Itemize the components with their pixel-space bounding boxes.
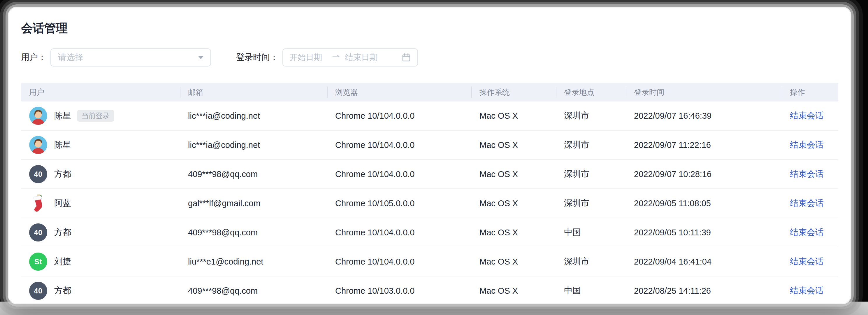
login-time-cell: 2022/09/05 10:11:39 [626, 218, 782, 247]
page-title: 会话管理 [21, 21, 838, 36]
login-time-cell: 2022/08/25 14:11:26 [626, 277, 782, 303]
user-cell: 40 方都 [21, 277, 180, 303]
os-cell: Mac OS X [471, 189, 556, 218]
os-cell: Mac OS X [471, 160, 556, 189]
login-time-label: 登录时间： [236, 52, 278, 63]
end-session-link[interactable]: 结束会话 [790, 110, 824, 122]
user-cell: 陈星 [21, 131, 180, 159]
user-cell: 陈星 当前登录 [21, 102, 180, 130]
location-cell: 中国 [556, 218, 626, 247]
user-avatar-initials: St [29, 253, 47, 271]
app-window: 会话管理 用户： 请选择 登录时间： 开始日期 ⇀ 结束日期 [9, 7, 850, 303]
table-row: St 刘捷 liu***e1@coding.net Chrome 10/104.… [21, 247, 838, 277]
os-cell: Mac OS X [471, 277, 556, 303]
end-date-placeholder: 结束日期 [345, 52, 402, 63]
user-name: 陈星 [54, 139, 71, 151]
user-avatar-illustration [29, 136, 47, 154]
session-management-page: 会话管理 用户： 请选择 登录时间： 开始日期 ⇀ 结束日期 [9, 7, 850, 303]
os-cell: Mac OS X [471, 247, 556, 276]
table-row: 阿蓝 gal***lf@gmail.com Chrome 10/105.0.0.… [21, 189, 838, 218]
login-time-cell: 2022/09/05 11:08:05 [626, 189, 782, 218]
user-name: 方都 [54, 168, 71, 180]
browser-cell: Chrome 10/104.0.0.0 [327, 131, 471, 159]
user-cell: 40 方都 [21, 160, 180, 189]
email-cell: 409***98@qq.com [180, 160, 327, 189]
login-time-filter: 登录时间： 开始日期 ⇀ 结束日期 [236, 49, 418, 66]
user-name: 刘捷 [54, 256, 71, 267]
location-cell: 深圳市 [556, 102, 626, 130]
login-time-cell: 2022/09/04 16:41:04 [626, 247, 782, 276]
email-cell: lic***ia@coding.net [180, 131, 327, 159]
browser-cell: Chrome 10/105.0.0.0 [327, 189, 471, 218]
table-body: 陈星 当前登录 lic***ia@coding.net Chrome 10/10… [21, 102, 838, 303]
browser-cell: Chrome 10/104.0.0.0 [327, 218, 471, 247]
user-avatar-initials: 40 [29, 165, 47, 183]
location-cell: 深圳市 [556, 131, 626, 159]
user-name: 阿蓝 [54, 197, 71, 209]
chevron-down-icon [198, 56, 204, 59]
filter-bar: 用户： 请选择 登录时间： 开始日期 ⇀ 结束日期 [21, 49, 838, 66]
user-filter-label: 用户： [21, 52, 46, 63]
os-cell: Mac OS X [471, 131, 556, 159]
location-cell: 深圳市 [556, 247, 626, 276]
col-header-os: 操作系统 [471, 83, 556, 102]
os-cell: Mac OS X [471, 102, 556, 130]
table-row: 40 方都 409***98@qq.com Chrome 10/103.0.0.… [21, 277, 838, 303]
user-avatar-stocking [29, 194, 47, 212]
end-session-link[interactable]: 结束会话 [790, 256, 824, 267]
range-arrow-icon: ⇀ [332, 52, 340, 61]
user-name: 陈星 [54, 110, 71, 122]
sessions-table: 用户 邮箱 浏览器 操作系统 登录地点 登录时间 操作 [21, 83, 838, 303]
browser-cell: Chrome 10/104.0.0.0 [327, 247, 471, 276]
login-time-cell: 2022/09/07 11:22:16 [626, 131, 782, 159]
end-session-link[interactable]: 结束会话 [790, 227, 824, 238]
email-cell: 409***98@qq.com [180, 277, 327, 303]
end-session-link[interactable]: 结束会话 [790, 139, 824, 151]
table-row: 40 方都 409***98@qq.com Chrome 10/104.0.0.… [21, 218, 838, 247]
start-date-placeholder: 开始日期 [289, 52, 322, 63]
col-header-location: 登录地点 [556, 83, 626, 102]
col-header-time: 登录时间 [626, 83, 782, 102]
date-range-picker[interactable]: 开始日期 ⇀ 结束日期 [282, 49, 418, 66]
user-select[interactable]: 请选择 [51, 49, 211, 66]
email-cell: gal***lf@gmail.com [180, 189, 327, 218]
current-login-badge: 当前登录 [77, 110, 114, 122]
end-session-link[interactable]: 结束会话 [790, 168, 824, 180]
end-session-link[interactable]: 结束会话 [790, 285, 824, 297]
location-cell: 深圳市 [556, 160, 626, 189]
col-header-user: 用户 [21, 83, 180, 102]
user-avatar-initials: 40 [29, 282, 47, 300]
user-cell: 40 方都 [21, 218, 180, 247]
email-cell: lic***ia@coding.net [180, 102, 327, 130]
calendar-icon [402, 53, 411, 62]
os-cell: Mac OS X [471, 218, 556, 247]
table-row: 40 方都 409***98@qq.com Chrome 10/104.0.0.… [21, 160, 838, 189]
background-band [0, 302, 868, 315]
user-cell: 阿蓝 [21, 189, 180, 218]
table-row: 陈星 当前登录 lic***ia@coding.net Chrome 10/10… [21, 102, 838, 131]
login-time-cell: 2022/09/07 10:28:16 [626, 160, 782, 189]
browser-cell: Chrome 10/103.0.0.0 [327, 277, 471, 303]
email-cell: liu***e1@coding.net [180, 247, 327, 276]
table-header: 用户 邮箱 浏览器 操作系统 登录地点 登录时间 操作 [21, 83, 838, 102]
user-avatar-initials: 40 [29, 223, 47, 241]
user-name: 方都 [54, 285, 71, 297]
user-select-placeholder: 请选择 [58, 52, 83, 63]
user-name: 方都 [54, 227, 71, 238]
col-header-action: 操作 [782, 83, 838, 102]
browser-cell: Chrome 10/104.0.0.0 [327, 160, 471, 189]
location-cell: 深圳市 [556, 189, 626, 218]
table-row: 陈星 lic***ia@coding.net Chrome 10/104.0.0… [21, 131, 838, 160]
browser-cell: Chrome 10/104.0.0.0 [327, 102, 471, 130]
user-avatar-illustration [29, 107, 47, 125]
location-cell: 中国 [556, 277, 626, 303]
login-time-cell: 2022/09/07 16:46:39 [626, 102, 782, 130]
screenshot-stage: 会话管理 用户： 请选择 登录时间： 开始日期 ⇀ 结束日期 [0, 0, 868, 315]
col-header-browser: 浏览器 [327, 83, 471, 102]
user-cell: St 刘捷 [21, 247, 180, 276]
col-header-email: 邮箱 [180, 83, 327, 102]
end-session-link[interactable]: 结束会话 [790, 197, 824, 209]
email-cell: 409***98@qq.com [180, 218, 327, 247]
